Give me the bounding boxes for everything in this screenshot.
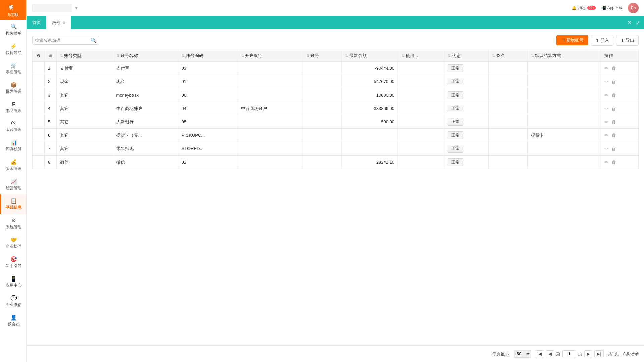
col-bank[interactable]: 开户银行 <box>237 50 303 62</box>
row-remark <box>488 156 527 169</box>
row-num: 1 <box>45 62 57 75</box>
search-menu-icon: 🔍 <box>10 23 17 30</box>
edit-icon[interactable]: ✏ <box>604 79 609 85</box>
delete-icon[interactable]: 🗑 <box>611 159 616 165</box>
export-btn[interactable]: ⬇ 导出 <box>616 35 639 46</box>
sidebar-item-label: 企业微信 <box>6 302 22 308</box>
row-status: 正常 <box>444 115 488 129</box>
edit-icon[interactable]: ✏ <box>604 65 609 71</box>
add-account-btn[interactable]: + 新增账号 <box>556 35 588 45</box>
tab-expand-btn[interactable]: ⤢ <box>634 19 641 27</box>
footer: 每页显示 50 100 200 |◀ ◀ 第 页 ▶ ▶| 共1页，8条记录 <box>27 345 644 362</box>
sidebar-item-quick-nav[interactable]: ⚡ 快捷导航 <box>0 40 26 59</box>
search-input[interactable] <box>35 38 91 43</box>
add-btn-label: + 新增账号 <box>562 37 584 43</box>
import-btn[interactable]: ⬆ 导入 <box>591 35 613 46</box>
first-page-btn[interactable]: |◀ <box>535 350 544 357</box>
notification-label: 消息 <box>578 5 586 11</box>
next-page-btn[interactable]: ▶ <box>584 350 592 357</box>
user-avatar[interactable]: Ea <box>628 3 639 13</box>
sidebar-item-system-mgmt[interactable]: ⚙ 系统管理 <box>0 214 26 233</box>
row-bank <box>237 129 303 142</box>
sidebar-item-basic-info[interactable]: 📋 基础信息 <box>0 194 26 214</box>
col-usage[interactable]: 使用... <box>398 50 444 62</box>
row-code: 02 <box>178 156 237 169</box>
tab-accounts[interactable]: 账号 ✕ <box>46 16 71 29</box>
sidebar-item-label: 应用中心 <box>6 283 22 288</box>
table-row: 5 其它 大新银行 05 500.00 正常 ✏ 🗑 <box>33 115 639 129</box>
search-box[interactable]: 🔍 <box>32 36 99 45</box>
col-account[interactable]: 账号 <box>303 50 342 62</box>
export-btn-label: 导出 <box>626 37 634 43</box>
sidebar-item-label: 零售管理 <box>6 69 22 75</box>
sidebar-item-capital-mgmt[interactable]: 💰 资金管理 <box>0 156 26 175</box>
per-page-select[interactable]: 50 100 200 <box>514 350 531 358</box>
delete-icon[interactable]: 🗑 <box>611 119 616 125</box>
tab-close-all-btn[interactable]: ✕ <box>626 19 633 27</box>
sidebar-item-ecommerce-mgmt[interactable]: 🖥 电商管理 <box>0 98 26 117</box>
col-type[interactable]: 账号类型 <box>57 50 113 62</box>
row-action: ✏ 🗑 <box>601 156 638 169</box>
row-usage <box>398 156 444 169</box>
system-mgmt-icon: ⚙ <box>11 217 16 224</box>
member-icon: 👤 <box>10 314 17 321</box>
delete-icon[interactable]: 🗑 <box>611 146 616 152</box>
col-status[interactable]: 状态 <box>444 50 488 62</box>
prev-page-btn[interactable]: ◀ <box>546 350 554 357</box>
row-action: ✏ 🗑 <box>601 102 638 115</box>
row-settings <box>33 88 45 102</box>
delete-icon[interactable]: 🗑 <box>611 92 616 98</box>
row-balance <box>342 129 398 142</box>
page-label: 第 <box>556 351 560 357</box>
page-input[interactable] <box>562 350 576 357</box>
col-remark[interactable]: 备注 <box>488 50 527 62</box>
topbar-dropdown-icon[interactable]: ▾ <box>75 5 78 11</box>
sidebar-item-member[interactable]: 👤 畅会员 <box>0 311 26 330</box>
download-btn[interactable]: 📲 App下载 <box>601 5 623 11</box>
row-name: 中百商场账户 <box>113 102 178 115</box>
sidebar-item-purchase-mgmt[interactable]: 🛍 采购管理 <box>0 117 26 136</box>
delete-icon[interactable]: 🗑 <box>611 106 616 111</box>
sidebar-item-enterprise-agreement[interactable]: 🤝 企业协同 <box>0 233 26 253</box>
table-row: 4 其它 中百商场账户 04 中百商场账户 383866.00 正常 ✏ 🗑 <box>33 102 639 115</box>
sidebar-item-search-menu[interactable]: 🔍 搜索菜单 <box>0 20 26 40</box>
edit-icon[interactable]: ✏ <box>604 159 609 165</box>
sidebar-item-retail-mgmt[interactable]: 🛒 零售管理 <box>0 59 26 78</box>
row-settings <box>33 102 45 115</box>
delete-icon[interactable]: 🗑 <box>611 79 616 84</box>
edit-icon[interactable]: ✏ <box>604 119 609 125</box>
tabbar: 首页 账号 ✕ ✕ ⤢ <box>27 16 644 29</box>
edit-icon[interactable]: ✏ <box>604 132 609 138</box>
col-name[interactable]: 账号名称 <box>113 50 178 62</box>
sidebar-item-new-guide[interactable]: 🎯 新手引导 <box>0 253 26 272</box>
col-default-settlement[interactable]: 默认结算方式 <box>527 50 601 62</box>
sidebar-item-inventory[interactable]: 📊 库存核算 <box>0 136 26 156</box>
row-type: 其它 <box>57 129 113 142</box>
sidebar-item-operations-mgmt[interactable]: 📈 经营管理 <box>0 175 26 194</box>
table-row: 2 现金 现金 01 547670.00 正常 ✏ 🗑 <box>33 75 639 88</box>
row-type: 其它 <box>57 115 113 129</box>
sidebar-item-app-center[interactable]: 📱 应用中心 <box>0 272 26 292</box>
edit-icon[interactable]: ✏ <box>604 146 609 152</box>
col-settings[interactable]: ⚙ <box>33 50 45 62</box>
tab-accounts-close[interactable]: ✕ <box>62 20 66 25</box>
last-page-btn[interactable]: ▶| <box>594 350 603 357</box>
import-btn-label: 导入 <box>600 37 609 43</box>
row-default-settlement: 提货卡 <box>527 129 601 142</box>
tab-home[interactable]: 首页 <box>27 16 46 29</box>
edit-icon[interactable]: ✏ <box>604 92 609 98</box>
topbar-search-input[interactable] <box>32 4 72 12</box>
notification-btn[interactable]: 🔔 消息 99+ <box>572 5 596 11</box>
delete-icon[interactable]: 🗑 <box>611 132 616 138</box>
sidebar-item-enterprise-wechat[interactable]: 💬 企业微信 <box>0 292 26 311</box>
row-account <box>303 88 342 102</box>
edit-icon[interactable]: ✏ <box>604 106 609 112</box>
per-page-label: 每页显示 <box>492 351 509 357</box>
delete-icon[interactable]: 🗑 <box>611 65 616 71</box>
table-header-row: ⚙ # 账号类型 账号名称 账号编码 开户银行 账号 最新余额 使用... 状态… <box>33 50 639 62</box>
sidebar-item-wholesale-mgmt[interactable]: 📦 批发管理 <box>0 78 26 98</box>
row-name: 提货卡（零... <box>113 129 178 142</box>
col-code[interactable]: 账号编码 <box>178 50 237 62</box>
col-balance[interactable]: 最新余额 <box>342 50 398 62</box>
row-name: 支付宝 <box>113 62 178 75</box>
